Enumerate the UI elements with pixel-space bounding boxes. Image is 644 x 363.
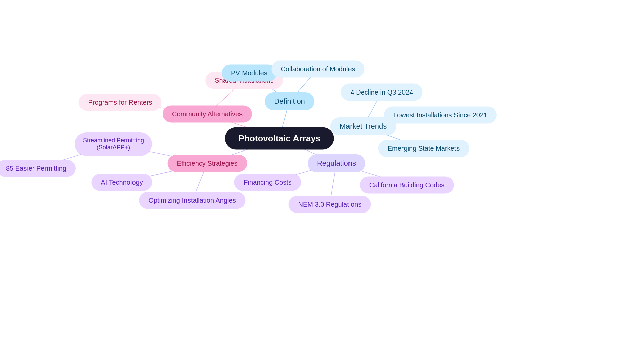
node-optimizing-angles[interactable]: Optimizing Installation Angles (139, 192, 245, 209)
node-easier-permitting[interactable]: 85 Easier Permitting (0, 160, 76, 177)
node-streamlined-permitting[interactable]: Streamlined Permitting (SolarAPP+) (75, 132, 152, 156)
node-financing-costs[interactable]: Financing Costs (234, 174, 301, 191)
node-pv-modules[interactable]: PV Modules (222, 65, 277, 82)
node-lowest-installations[interactable]: Lowest Installations Since 2021 (384, 107, 497, 124)
node-definition[interactable]: Definition (265, 92, 314, 110)
node-ca-building-codes[interactable]: California Building Codes (360, 177, 454, 194)
node-ai-technology[interactable]: AI Technology (91, 174, 152, 191)
node-nem-regulations[interactable]: NEM 3.0 Regulations (289, 196, 371, 213)
center-node[interactable]: Photovoltaic Arrays (225, 127, 334, 150)
node-programs-for-renters[interactable]: Programs for Renters (78, 94, 161, 111)
node-regulations[interactable]: Regulations (308, 154, 365, 172)
node-emerging-markets[interactable]: Emerging State Markets (378, 140, 469, 157)
node-collaboration-modules[interactable]: Collaboration of Modules (271, 61, 364, 78)
node-efficiency-strategies[interactable]: Efficiency Strategies (168, 155, 247, 172)
node-decline-q3[interactable]: 4 Decline in Q3 2024 (341, 84, 423, 101)
node-community-alternatives[interactable]: Community Alternatives (163, 106, 252, 123)
